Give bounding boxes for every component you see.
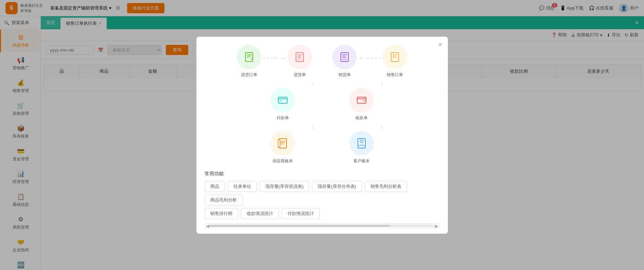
purchase-bill-icon bbox=[288, 45, 312, 69]
purchase-bill-label: 进货单 bbox=[294, 72, 306, 78]
down-arrow-4: ↓ bbox=[370, 124, 394, 130]
arrow-1: - - - - → bbox=[263, 54, 286, 69]
sales-bill-label: 销货单 bbox=[338, 72, 351, 78]
flow-node-supplier-ledger[interactable]: 供应商账本 bbox=[271, 131, 295, 164]
svg-point-29 bbox=[360, 140, 363, 143]
receipt-label: 收款单 bbox=[355, 115, 368, 121]
flow-node-sales-bill[interactable]: 销货单 bbox=[332, 45, 357, 78]
func-btn-product-analysis[interactable]: 商品毛利分析 bbox=[205, 195, 243, 205]
customer-ledger-label: 客户账本 bbox=[353, 158, 370, 164]
scroll-track[interactable] bbox=[209, 225, 435, 227]
supplier-ledger-label: 供应商账本 bbox=[273, 158, 293, 164]
purchase-order-icon bbox=[237, 45, 261, 69]
flow-node-purchase-order[interactable]: 进货订单 bbox=[237, 45, 261, 78]
svg-rect-12 bbox=[342, 59, 347, 60]
flow-node-sales-order[interactable]: 销售订单 bbox=[383, 45, 407, 78]
flow-arrows-row: ↓ ↓ bbox=[205, 80, 440, 87]
payment-icon bbox=[271, 88, 295, 112]
svg-rect-8 bbox=[341, 53, 348, 61]
svg-rect-4 bbox=[296, 53, 303, 61]
func-btn-receipt-stats[interactable]: 收款情况统计 bbox=[241, 208, 279, 219]
svg-rect-24 bbox=[278, 140, 280, 147]
func-buttons-row2: 销售排行榜 收款情况统计 付款情况统计 bbox=[205, 208, 440, 219]
sales-order-icon bbox=[383, 45, 407, 69]
flow-row-1: 进货订单 - - - - → 进货单 销货单 ← - - - - bbox=[205, 45, 440, 78]
flow-node-customer-ledger[interactable]: 客户账本 bbox=[349, 131, 374, 164]
svg-rect-19 bbox=[279, 100, 282, 101]
func-btn-sales-analysis[interactable]: 销售毛利分析表 bbox=[365, 181, 407, 192]
flow-row-3: 供应商账本 客户账本 bbox=[205, 131, 440, 164]
flow-row-2: 付款单 收款单 bbox=[205, 88, 440, 121]
scroll-thumb bbox=[209, 225, 390, 227]
scroll-left-arrow[interactable]: ◀ bbox=[206, 223, 209, 229]
func-btn-counterpart[interactable]: 往来单位 bbox=[228, 181, 257, 192]
customer-ledger-icon bbox=[349, 131, 374, 156]
down-arrow-1: ↓ bbox=[300, 80, 325, 87]
func-buttons-row1: 商品 往来单位 现存量(库存状况表) 现存量(库存分布表) 销售毛利分析表 商品… bbox=[205, 181, 440, 205]
flow-node-payment[interactable]: 付款单 bbox=[271, 88, 295, 121]
scroll-bar: ◀ ▶ bbox=[205, 223, 440, 229]
flow-node-purchase-bill[interactable]: 进货单 bbox=[288, 45, 312, 78]
common-functions: 常用功能 商品 往来单位 现存量(库存状况表) 现存量(库存分布表) 销售毛利分… bbox=[205, 171, 440, 219]
func-btn-product[interactable]: 商品 bbox=[205, 181, 225, 192]
supplier-ledger-icon bbox=[271, 131, 295, 156]
modal-overlay[interactable]: × 进货订单 - - - - → 进货单 bbox=[0, 0, 644, 270]
purchase-order-label: 进货订单 bbox=[241, 72, 257, 78]
sales-order-label: 销售订单 bbox=[387, 72, 403, 78]
modal: × 进货订单 - - - - → 进货单 bbox=[196, 37, 448, 234]
scroll-right-arrow[interactable]: ▶ bbox=[435, 223, 438, 229]
svg-rect-17 bbox=[278, 97, 287, 103]
flow-node-receipt[interactable]: 收款单 bbox=[349, 88, 374, 121]
func-btn-payment-stats[interactable]: 付款情况统计 bbox=[282, 208, 320, 219]
common-title: 常用功能 bbox=[205, 171, 440, 177]
down-arrow-2: ↓ bbox=[370, 80, 394, 87]
svg-rect-13 bbox=[391, 53, 399, 61]
arrow-2: ← - - - - bbox=[358, 54, 382, 69]
sales-bill-icon bbox=[332, 45, 357, 69]
receipt-icon bbox=[349, 88, 374, 112]
svg-rect-22 bbox=[363, 100, 365, 101]
payment-label: 付款单 bbox=[277, 115, 289, 121]
down-arrow-3: ↓ bbox=[300, 124, 325, 130]
func-btn-stock-status[interactable]: 现存量(库存状况表) bbox=[260, 181, 310, 192]
func-btn-stock-dist[interactable]: 现存量(库存分布表) bbox=[312, 181, 362, 192]
svg-rect-0 bbox=[245, 53, 253, 61]
func-btn-sales-rank[interactable]: 销售排行榜 bbox=[205, 208, 238, 219]
flow-arrows-row2: ↓ ↓ bbox=[205, 124, 440, 130]
modal-close-btn[interactable]: × bbox=[438, 41, 442, 49]
